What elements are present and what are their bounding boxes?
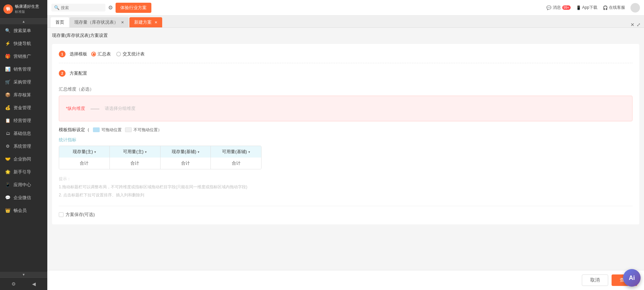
- sidebar-label-marketing: 营销推广: [14, 53, 31, 59]
- cooperation-icon: 🤝: [5, 156, 11, 162]
- sidebar-item-app-center[interactable]: 📱 应用中心: [0, 178, 47, 191]
- sidebar-scroll-down[interactable]: ▼: [0, 272, 47, 277]
- sidebar-item-inventory[interactable]: 📦 库存核算: [0, 89, 47, 101]
- col-2-chevron[interactable]: ▾: [198, 150, 199, 154]
- sidebar-item-search-menu[interactable]: 🔍 搜索菜单: [0, 24, 47, 37]
- col-1-chevron[interactable]: ▾: [145, 150, 147, 154]
- member-icon: 👑: [5, 208, 11, 214]
- dimension-box[interactable]: *纵向维度 —— 请选择分组维度: [59, 96, 633, 121]
- indicators-header: 模板指标设定（ 可拖动位置 不可拖动位置）: [59, 127, 633, 133]
- settings-gear-icon[interactable]: ⚙: [108, 4, 113, 11]
- col-2-header-cell[interactable]: 现存量(基辅) ▾: [160, 146, 211, 158]
- sidebar-item-operations[interactable]: 📋 经营管理: [0, 114, 47, 127]
- sidebar-bottom: ⚙ ◀: [0, 277, 47, 290]
- message-btn[interactable]: 💬 消息 99+: [546, 5, 571, 10]
- user-menu[interactable]: [630, 3, 640, 13]
- sidebar-label-purchase: 采购管理: [14, 79, 31, 85]
- online-service-btn[interactable]: 🎧 在线客服: [603, 5, 625, 10]
- message-badge: 99+: [562, 5, 571, 10]
- save-checkbox-box[interactable]: [59, 212, 64, 217]
- sidebar-settings-btn[interactable]: ⚙: [11, 281, 16, 287]
- stat-table: 现存量(主) ▾ 可用量(主) ▾ 现存量(基辅) ▾: [59, 146, 262, 169]
- inventory-icon: 📦: [5, 92, 11, 98]
- avatar: [630, 3, 640, 13]
- radio-cross-label: 交叉统计表: [123, 51, 145, 57]
- main-card: 1 选择模板 汇总表 交叉统计表 2 方案配置 汇总维度: [52, 44, 639, 224]
- footer-row: 方案保存(可选): [59, 206, 633, 218]
- sidebar-item-marketing[interactable]: 🎁 营销推广: [0, 50, 47, 63]
- purchase-icon: 🛒: [5, 79, 11, 85]
- trial-btn[interactable]: 体验行业方案: [116, 3, 151, 13]
- tab-new-plan[interactable]: 新建方案 ✕: [129, 17, 162, 27]
- topbar-search: 🔍: [51, 4, 105, 11]
- search-icon: 🔍: [54, 5, 59, 10]
- app-name: 畅康通好生意: [15, 4, 39, 9]
- main-area: 🔍 ⚙ 体验行业方案 💬 消息 99+ 📱 App下载 🎧 在线客服: [47, 0, 644, 290]
- app-download-btn[interactable]: 📱 App下载: [576, 5, 597, 10]
- col-0-header-cell[interactable]: 现存量(主) ▾: [59, 146, 109, 158]
- window-expand-btn[interactable]: ⤢: [637, 22, 641, 27]
- sidebar-item-member[interactable]: 👑 畅会员: [0, 204, 47, 217]
- logo-text-block: 畅康通好生意 标准版: [15, 4, 39, 14]
- tab-inventory-label: 现存量（库存状况表）: [74, 19, 118, 25]
- phone-icon: 📱: [576, 5, 581, 10]
- col-2-body-cell: 合计: [160, 158, 211, 169]
- save-checkbox-label: 方案保存(可选): [66, 212, 95, 218]
- sidebar-item-basic-info[interactable]: 🗂 基础信息: [0, 127, 47, 140]
- sidebar-item-newcomer[interactable]: 🌟 新手引导: [0, 166, 47, 178]
- tabbar: 首页 现存量（库存状况表） ✕ 新建方案 ✕ ✕ ⤢: [47, 16, 644, 28]
- dimension-label: *纵向维度: [66, 105, 85, 112]
- newcomer-icon: 🌟: [5, 169, 11, 175]
- headset-icon: 🎧: [603, 5, 608, 10]
- sidebar-item-quick-nav[interactable]: ⚡ 快捷导航: [0, 37, 47, 50]
- sidebar-item-finance[interactable]: 💰 资金管理: [0, 101, 47, 114]
- col-3-header: 可用量(基辅) ▾: [211, 146, 261, 158]
- col-3-header-cell[interactable]: 可用量(基辅) ▾: [211, 146, 261, 158]
- dimension-dash: ——: [91, 106, 99, 111]
- step2-badge: 2: [59, 70, 66, 77]
- col-1-header-cell[interactable]: 可用量(主) ▾: [110, 146, 160, 158]
- sidebar-item-wechat[interactable]: 💬 企业微信: [0, 191, 47, 204]
- message-label: 消息: [553, 5, 561, 10]
- legend-draggable: 可拖动位置: [93, 127, 122, 133]
- sidebar-scroll-up[interactable]: ▲: [0, 19, 47, 24]
- search-input[interactable]: [61, 5, 95, 10]
- sidebar-label-cooperation: 企业协同: [14, 156, 31, 162]
- tab-home[interactable]: 首页: [51, 17, 69, 27]
- tab-inventory-status[interactable]: 现存量（库存状况表） ✕: [70, 17, 129, 27]
- sidebar-label-inventory: 库存核算: [14, 92, 31, 98]
- sidebar-item-purchase[interactable]: 🛒 采购管理: [0, 76, 47, 89]
- sidebar-label-newcomer: 新手引导: [14, 169, 31, 175]
- sidebar-item-system[interactable]: ⚙ 系统管理: [0, 140, 47, 153]
- col-3-chevron[interactable]: ▾: [248, 150, 250, 154]
- finance-icon: 💰: [5, 105, 11, 111]
- window-close-btn[interactable]: ✕: [630, 22, 635, 27]
- radio-summary-circle[interactable]: [91, 52, 96, 56]
- col-3-body-cell: 合计: [211, 158, 261, 169]
- tab-inventory-close[interactable]: ✕: [121, 20, 124, 25]
- cancel-button[interactable]: 取消: [582, 274, 608, 286]
- radio-summary[interactable]: 汇总表: [91, 51, 111, 57]
- ai-float-button[interactable]: Ai: [623, 269, 641, 287]
- tabbar-right: ✕ ⤢: [630, 22, 641, 27]
- indicators-label: 模板指标设定（: [59, 127, 90, 133]
- sidebar-label-app-center: 应用中心: [14, 182, 31, 188]
- marketing-icon: 🎁: [5, 53, 11, 59]
- save-checkbox[interactable]: 方案保存(可选): [59, 212, 95, 218]
- col-3-body: 合计: [211, 158, 261, 169]
- radio-cross-circle[interactable]: [116, 52, 121, 56]
- sidebar-item-sales[interactable]: 📊 销售管理: [0, 63, 47, 76]
- app-center-icon: 📱: [5, 182, 11, 188]
- legend-draggable-label: 可拖动位置: [101, 127, 122, 133]
- radio-cross[interactable]: 交叉统计表: [116, 51, 145, 57]
- step1-row: 1 选择模板 汇总表 交叉统计表: [59, 51, 633, 63]
- step2-label: 方案配置: [70, 70, 87, 76]
- sidebar-toggle-btn[interactable]: ◀: [32, 281, 36, 287]
- sidebar-label-basic-info: 基础信息: [14, 130, 31, 137]
- sidebar-item-cooperation[interactable]: 🤝 企业协同: [0, 153, 47, 166]
- app-download-label: App下载: [582, 5, 597, 10]
- tips-section: 提示： 1.拖动标题栏可以调整布局，不可跨维度或指标区域拖动栏目字段(只能在同一…: [59, 175, 633, 199]
- col-0-chevron[interactable]: ▾: [94, 150, 96, 154]
- sidebar-logo: 畅 畅康通好生意 标准版: [0, 0, 47, 19]
- tab-new-plan-close[interactable]: ✕: [154, 20, 157, 25]
